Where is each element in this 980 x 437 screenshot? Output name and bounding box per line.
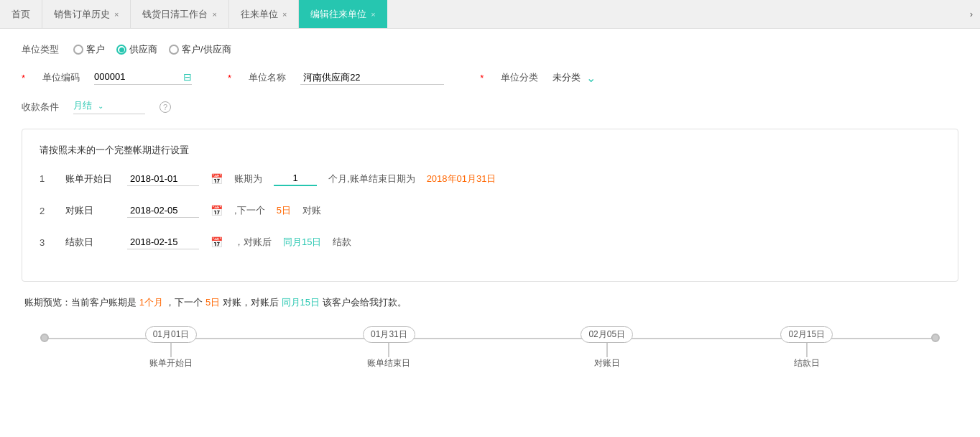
reconcile-date-input[interactable] [127, 203, 199, 218]
timeline-point-2: 01月31日 账单结束日 [363, 326, 415, 369]
reconcile-desc-suffix: 对账 [302, 204, 321, 217]
close-icon[interactable]: × [212, 10, 216, 19]
period-title: 请按照未来的一个完整帐期进行设置 [40, 144, 940, 157]
preview-section: 账期预览：当前客户账期是 1个月 ，下一个 5日 对账，对账后 同月15日 该客… [22, 296, 958, 309]
preview-day: 5日 [205, 297, 220, 308]
unit-category-label: 单位分类 [501, 71, 538, 84]
timeline-label-3: 02月05日 [581, 326, 633, 343]
period-num-3: 3 [40, 237, 54, 248]
period-row-3: 3 结款日 📅 ，对账后 同月15日 结款 [40, 235, 940, 249]
unit-category-select[interactable]: 未分类 ⌄ [553, 71, 596, 85]
tab-home[interactable]: 首页 [0, 0, 42, 28]
timeline-sublabel-2: 账单结束日 [363, 357, 415, 369]
help-icon[interactable]: ? [160, 101, 171, 113]
close-icon[interactable]: × [282, 10, 287, 19]
radio-circle-both [169, 45, 179, 55]
required-star-code: * [22, 73, 25, 83]
period-type-3: 结款日 [65, 236, 116, 249]
radio-label-customer: 客户 [86, 43, 105, 56]
payment-terms-row: 收款条件 月结 ⌄ ? [22, 99, 958, 114]
required-star-name: * [228, 73, 231, 83]
period-desc-1: 账期为 [234, 172, 262, 185]
chevron-down-icon: ⌄ [586, 71, 596, 85]
preview-payment-day: 同月15日 [282, 297, 320, 308]
radio-supplier[interactable]: 供应商 [116, 43, 157, 56]
preview-mid2: 对账，对账后 [223, 297, 279, 308]
preview-prefix: 账期预览：当前客户账期是 [24, 297, 137, 308]
end-date-highlight: 2018年01月31日 [427, 172, 496, 185]
payment-terms-value: 月结 [73, 99, 92, 112]
period-settings-box: 请按照未来的一个完整帐期进行设置 1 账单开始日 📅 账期为 个月,账单结束日期… [22, 129, 958, 282]
calendar-icon-3[interactable]: 📅 [211, 236, 223, 248]
unit-type-row: 单位类型 客户 供应商 客户/供应商 [22, 43, 958, 56]
timeline-label-1: 01月01日 [145, 326, 198, 343]
chevron-down-icon: ⌄ [98, 102, 103, 110]
timeline: 01月01日 账单开始日 01月31日 账单结束日 02月05日 对账日 02月… [36, 326, 944, 384]
radio-label-supplier: 供应商 [129, 43, 157, 56]
unit-name-input[interactable] [300, 70, 444, 85]
tab-more-button[interactable]: › [963, 0, 980, 28]
radio-circle-customer [73, 45, 83, 55]
main-content: 单位类型 客户 供应商 客户/供应商 * 单位编码 ⊟ * 单位名称 * [0, 29, 980, 437]
period-type-2: 对账日 [65, 204, 116, 217]
payment-day-highlight: 同月15日 [283, 236, 321, 249]
radio-label-both: 客户/供应商 [182, 43, 231, 56]
timeline-label-2: 01月31日 [363, 326, 415, 343]
timeline-point-4: 02月15日 结款日 [780, 326, 833, 369]
radio-circle-supplier [116, 45, 126, 55]
start-date-input[interactable] [127, 172, 199, 186]
timeline-sublabel-3: 对账日 [581, 357, 633, 369]
timeline-point-3: 02月05日 对账日 [581, 326, 633, 369]
required-star-cat: * [480, 73, 484, 83]
timeline-dot-left [40, 334, 49, 342]
timeline-sublabel-1: 账单开始日 [145, 357, 198, 369]
unit-code-label: 单位编码 [42, 71, 80, 84]
close-icon[interactable]: × [114, 10, 119, 19]
calendar-icon-2[interactable]: 📅 [211, 205, 223, 216]
payment-terms-select[interactable]: 月结 ⌄ [73, 99, 145, 114]
unit-fields-row: * 单位编码 ⊟ * 单位名称 * 单位分类 未分类 ⌄ [22, 70, 958, 85]
preview-mid: ，下一个 [165, 297, 203, 308]
close-icon[interactable]: × [371, 10, 375, 19]
radio-customer[interactable]: 客户 [73, 43, 105, 56]
period-row-2: 2 对账日 📅 ,下一个 5日 对账 [40, 203, 940, 218]
payment-desc-prefix: ，对账后 [234, 236, 272, 249]
period-months-unit: 个月,账单结束日期为 [328, 172, 415, 185]
payment-terms-label: 收款条件 [22, 101, 59, 114]
unit-name-label: 单位名称 [249, 71, 286, 84]
unit-code-input[interactable] [94, 71, 180, 82]
payment-desc-suffix: 结款 [333, 236, 351, 249]
period-num-1: 1 [40, 173, 54, 184]
tab-sales-history[interactable]: 销售订单历史 × [42, 0, 131, 28]
preview-suffix: 该客户会给我打款。 [323, 297, 407, 308]
preview-months: 1个月 [139, 297, 163, 308]
timeline-dot-right [931, 334, 940, 342]
months-input[interactable] [274, 171, 317, 186]
unit-code-field: ⊟ [94, 71, 192, 85]
timeline-sublabel-4: 结款日 [780, 357, 833, 369]
period-num-2: 2 [40, 206, 54, 216]
timeline-label-4: 02月15日 [780, 326, 833, 343]
period-type-1: 账单开始日 [65, 172, 116, 185]
unit-type-radio-group: 客户 供应商 客户/供应商 [73, 43, 231, 56]
reconcile-desc-prefix: ,下一个 [234, 204, 265, 217]
timeline-point-1: 01月01日 账单开始日 [145, 326, 198, 369]
payment-date-input[interactable] [127, 235, 199, 249]
unit-type-label: 单位类型 [22, 43, 59, 56]
copy-icon[interactable]: ⊟ [183, 71, 192, 83]
unit-category-value: 未分类 [553, 71, 581, 84]
period-row-1: 1 账单开始日 📅 账期为 个月,账单结束日期为 2018年01月31日 [40, 171, 940, 186]
tab-cashflow[interactable]: 钱货日清工作台 × [131, 0, 228, 28]
tab-partners[interactable]: 往来单位 × [229, 0, 299, 28]
radio-both[interactable]: 客户/供应商 [169, 43, 231, 56]
reconcile-day-highlight: 5日 [277, 204, 291, 217]
calendar-icon-1[interactable]: 📅 [211, 173, 223, 185]
tab-bar: 首页 销售订单历史 × 钱货日清工作台 × 往来单位 × 编辑往来单位 × › [0, 0, 980, 29]
tab-edit-partner[interactable]: 编辑往来单位 × [299, 0, 387, 28]
